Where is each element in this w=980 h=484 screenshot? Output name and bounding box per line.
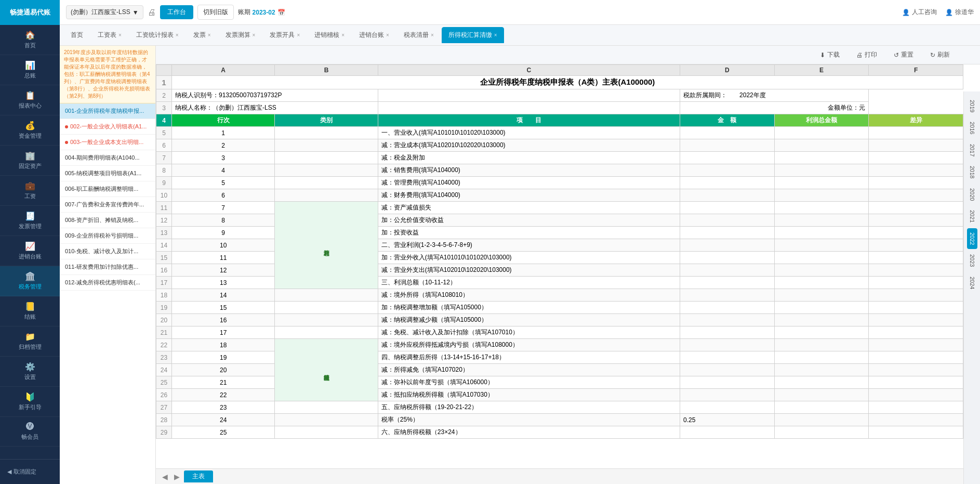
amount-cell-3[interactable] (680, 164, 775, 177)
sidebar-item-固定资产[interactable]: 🏢固定资产 (0, 146, 60, 176)
amount-cell-16[interactable] (680, 326, 775, 339)
diff-cell-11[interactable] (869, 264, 963, 277)
diff-cell-3[interactable] (869, 164, 963, 177)
profit-cell-3[interactable] (774, 164, 869, 177)
profit-cell-10[interactable] (774, 252, 869, 264)
diff-cell-16[interactable] (869, 326, 963, 339)
diff-cell-2[interactable] (869, 152, 963, 164)
amount-cell-5[interactable] (680, 189, 775, 202)
sidebar-item-畅会员[interactable]: 🅥畅会员 (0, 417, 60, 447)
amount-cell-8[interactable] (680, 227, 775, 239)
diff-cell-12[interactable] (869, 277, 963, 289)
tab-close-icon[interactable]: × (341, 32, 345, 38)
print-button[interactable]: 🖨 打印 (852, 48, 881, 61)
profit-cell-16[interactable] (774, 326, 869, 339)
amount-cell-0[interactable] (680, 127, 775, 139)
amount-cell-9[interactable] (680, 239, 775, 252)
amount-cell-23[interactable]: 0.25 (680, 414, 775, 426)
form-list-item-003[interactable]: 003-一般企业成本支出明细... (60, 135, 155, 150)
profit-cell-15[interactable] (774, 314, 869, 326)
consultant-btn[interactable]: 👤 人工咨询 (902, 8, 937, 17)
profit-cell-13[interactable] (774, 289, 869, 302)
tab-工资统计报表[interactable]: 工资统计报表× (129, 27, 186, 43)
sidebar-item-资金管理[interactable]: 💰资金管理 (0, 115, 60, 146)
sheet-nav-left[interactable]: ◀ (160, 472, 170, 482)
profit-cell-24[interactable] (774, 426, 869, 439)
diff-cell-22[interactable] (869, 401, 963, 414)
tab-close-icon[interactable]: × (118, 32, 122, 38)
year-item-2017[interactable]: 2017 (967, 140, 977, 161)
diff-cell-20[interactable] (869, 376, 963, 389)
profit-cell-4[interactable] (774, 177, 869, 189)
diff-cell-17[interactable] (869, 339, 963, 351)
profit-cell-6[interactable] (774, 202, 869, 214)
form-list-item-006[interactable]: 006-职工薪酬纳税调整明细... (60, 181, 155, 197)
year-item-2021[interactable]: 2021 (967, 206, 977, 227)
profit-cell-23[interactable] (774, 414, 869, 426)
sheet-nav-right[interactable]: ▶ (172, 472, 182, 482)
tab-发票[interactable]: 发票× (187, 27, 218, 43)
profit-cell-17[interactable] (774, 339, 869, 351)
profit-cell-8[interactable] (774, 227, 869, 239)
year-item-2018[interactable]: 2018 (967, 162, 977, 182)
year-item-2024[interactable]: 2024 (967, 272, 977, 293)
download-button[interactable]: ⬇ 下载 (816, 48, 844, 61)
amount-cell-20[interactable] (680, 376, 775, 389)
sidebar-item-工资[interactable]: 💼工资 (0, 176, 60, 206)
tab-工资表[interactable]: 工资表× (91, 27, 128, 43)
tab-发票开具[interactable]: 发票开具× (263, 27, 307, 43)
diff-cell-6[interactable] (869, 202, 963, 214)
diff-cell-0[interactable] (869, 127, 963, 139)
tab-close-icon[interactable]: × (176, 32, 179, 38)
form-list-item-009[interactable]: 009-企业所得税补亏损明细... (60, 228, 155, 244)
diff-cell-23[interactable] (869, 414, 963, 426)
diff-cell-24[interactable] (869, 426, 963, 439)
profit-cell-2[interactable] (774, 152, 869, 164)
profit-cell-19[interactable] (774, 364, 869, 376)
unpin-button[interactable]: ◀ 取消固定 (5, 465, 55, 479)
sidebar-item-归档管理[interactable]: 📁归档管理 (0, 326, 60, 357)
diff-cell-5[interactable] (869, 189, 963, 202)
diff-cell-13[interactable] (869, 289, 963, 302)
amount-cell-10[interactable] (680, 252, 775, 264)
user-info[interactable]: 👤 徐道华 (945, 8, 974, 17)
sheet-tab-main[interactable]: 主表 (184, 470, 213, 482)
diff-cell-14[interactable] (869, 302, 963, 314)
profit-cell-9[interactable] (774, 239, 869, 252)
amount-cell-11[interactable] (680, 264, 775, 277)
profit-cell-20[interactable] (774, 376, 869, 389)
sidebar-item-发票管理[interactable]: 🧾发票管理 (0, 206, 60, 236)
amount-cell-12[interactable] (680, 277, 775, 289)
sidebar-item-税务管理[interactable]: 🏛️税务管理 (0, 266, 60, 296)
tab-进销台账[interactable]: 进销台账× (352, 27, 396, 43)
year-item-2022[interactable]: 2022 (967, 228, 977, 249)
tab-首页[interactable]: 首页 (64, 27, 90, 43)
profit-cell-18[interactable] (774, 351, 869, 364)
sidebar-item-进销台账[interactable]: 📈进销台账 (0, 236, 60, 266)
year-item-2016[interactable]: 2016 (967, 117, 977, 138)
form-list-item-008[interactable]: 008-资产折旧、摊销及纳税... (60, 213, 155, 228)
refresh-button[interactable]: ↻ 刷新 (926, 48, 954, 61)
diff-cell-8[interactable] (869, 227, 963, 239)
tab-close-icon[interactable]: × (253, 32, 256, 38)
profit-cell-14[interactable] (774, 302, 869, 314)
profit-cell-7[interactable] (774, 214, 869, 227)
amount-cell-17[interactable] (680, 339, 775, 351)
profit-cell-22[interactable] (774, 401, 869, 414)
tab-close-icon[interactable]: × (494, 32, 497, 38)
diff-cell-4[interactable] (869, 177, 963, 189)
profit-cell-21[interactable] (774, 389, 869, 401)
form-list-item-010[interactable]: 010-免税、减计收入及加计... (60, 244, 155, 259)
tab-close-icon[interactable]: × (431, 32, 434, 38)
diff-cell-21[interactable] (869, 389, 963, 401)
diff-cell-19[interactable] (869, 364, 963, 376)
amount-cell-14[interactable] (680, 302, 775, 314)
amount-cell-15[interactable] (680, 314, 775, 326)
tab-税表清册[interactable]: 税表清册× (397, 27, 441, 43)
amount-cell-19[interactable] (680, 364, 775, 376)
amount-cell-4[interactable] (680, 177, 775, 189)
reset-button[interactable]: ↺ 重置 (890, 48, 918, 61)
year-item-2019[interactable]: 2019 (967, 96, 977, 116)
amount-cell-7[interactable] (680, 214, 775, 227)
tab-close-icon[interactable]: × (386, 32, 389, 38)
